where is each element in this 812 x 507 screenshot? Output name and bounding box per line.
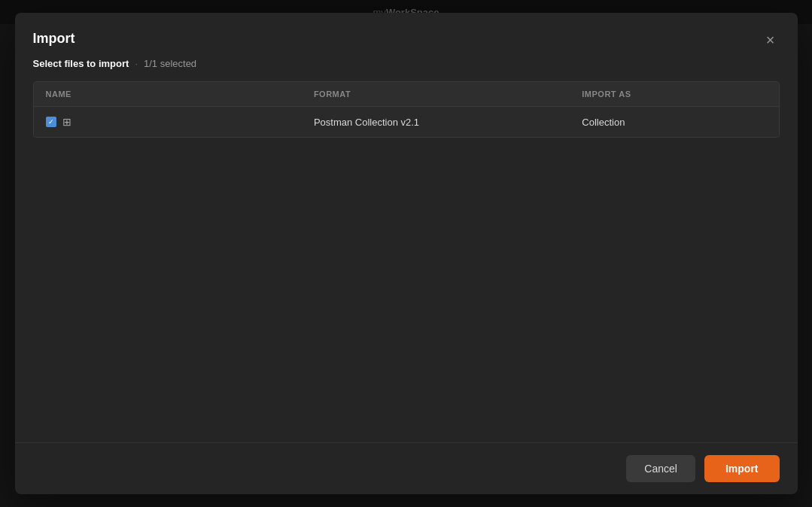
file-import-as-cell: Collection: [570, 107, 778, 138]
import-button[interactable]: Import: [704, 455, 780, 482]
file-checkbox-cell[interactable]: ⊞: [46, 116, 290, 128]
file-table-container: NAME FORMAT IMPORT AS ⊞: [33, 81, 780, 138]
file-icon: ⊞: [62, 116, 71, 128]
modal-footer: Cancel Import: [15, 442, 798, 494]
cancel-button[interactable]: Cancel: [626, 455, 695, 482]
close-button[interactable]: ×: [762, 31, 780, 49]
table-row[interactable]: ⊞ Postman Collection v2.1 Collection: [34, 107, 779, 138]
column-header-format: FORMAT: [302, 82, 570, 107]
file-checkbox[interactable]: [46, 117, 56, 127]
table-header-row: NAME FORMAT IMPORT AS: [34, 82, 779, 107]
column-header-name: NAME: [34, 82, 302, 107]
modal-title: Import: [33, 31, 75, 47]
subheader-count: 1/1 selected: [144, 58, 196, 69]
import-modal: Import × Select files to import · 1/1 se…: [15, 13, 798, 494]
modal-header: Import ×: [15, 13, 798, 49]
modal-body: NAME FORMAT IMPORT AS ⊞: [15, 69, 798, 442]
file-table: NAME FORMAT IMPORT AS ⊞: [34, 82, 779, 137]
modal-subheader: Select files to import · 1/1 selected: [15, 49, 798, 69]
table-header: NAME FORMAT IMPORT AS: [34, 82, 779, 107]
subheader-separator: ·: [135, 58, 138, 69]
file-format-cell: Postman Collection v2.1: [302, 107, 570, 138]
column-header-import-as: IMPORT AS: [570, 82, 778, 107]
modal-backdrop: Import × Select files to import · 1/1 se…: [0, 0, 812, 507]
file-name-cell[interactable]: ⊞: [34, 107, 302, 138]
table-body: ⊞ Postman Collection v2.1 Collection: [34, 107, 779, 138]
subheader-label: Select files to import: [33, 58, 129, 69]
